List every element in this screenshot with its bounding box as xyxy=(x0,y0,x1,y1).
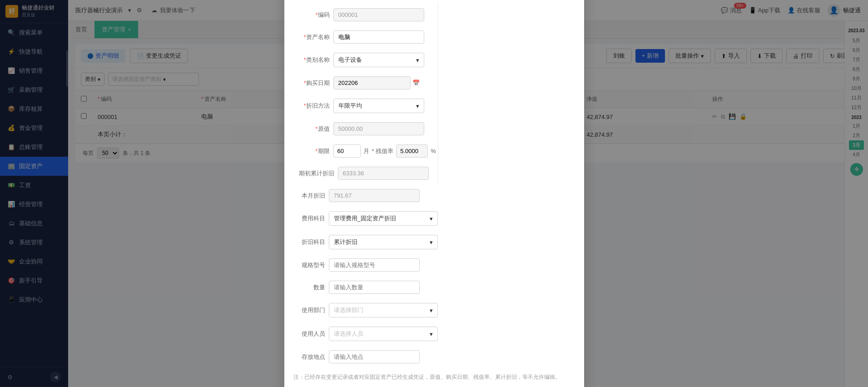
modal-overlay: 编辑固定资产 × *编码 *资产名称 xyxy=(0,0,868,387)
location-input[interactable] xyxy=(329,350,420,363)
form-row-original-value: *原值 xyxy=(293,118,438,140)
form-grid: *编码 *资产名称 *类别名称 xyxy=(293,4,575,368)
form-row-initial-accumulated: 期初累计折旧 xyxy=(293,162,438,184)
department-placeholder: 请选择部门 xyxy=(334,306,363,314)
department-label: 使用部门 xyxy=(293,306,325,314)
method-value: 年限平均 xyxy=(338,102,362,110)
quantity-label: 数量 xyxy=(293,283,325,292)
asset-name-label: *资产名称 xyxy=(293,33,330,41)
department-select[interactable]: 请选择部门 ▾ xyxy=(329,303,438,318)
modal-body: *编码 *资产名称 *类别名称 xyxy=(284,0,584,387)
department-chevron: ▾ xyxy=(430,307,433,314)
code-label: *编码 xyxy=(293,11,330,19)
form-left-col: *编码 *资产名称 *类别名称 xyxy=(293,4,438,184)
expense-subject-value: 管理费用_固定资产折旧 xyxy=(334,214,396,223)
period-unit: 月 xyxy=(363,147,369,155)
period-input[interactable] xyxy=(333,144,361,158)
initial-accumulated-input[interactable] xyxy=(338,167,429,180)
quantity-input[interactable] xyxy=(329,281,420,294)
dep-subject-chevron: ▾ xyxy=(430,239,433,246)
form-row-location: 存放地点 xyxy=(293,346,438,368)
method-label: *折旧方法 xyxy=(293,102,330,110)
expense-subject-select[interactable]: 管理费用_固定资产折旧 ▾ xyxy=(329,211,438,226)
form-row-dep-subject: 折旧科目 累计折旧 ▾ xyxy=(293,230,438,254)
method-chevron-icon: ▾ xyxy=(416,103,419,109)
monthly-dep-input[interactable] xyxy=(329,189,420,202)
category-label-form: *类别名称 xyxy=(293,56,330,64)
category-value: 电子设备 xyxy=(338,56,362,64)
residual-rate-input[interactable] xyxy=(396,144,428,158)
asset-name-input[interactable] xyxy=(333,30,424,44)
form-row-expense-subject: 费用科目 管理费用_固定资产折旧 ▾ xyxy=(293,207,438,230)
user-label: 使用人员 xyxy=(293,330,325,338)
user-select[interactable]: 请选择人员 ▾ xyxy=(329,327,438,341)
category-chevron-icon: ▾ xyxy=(416,57,419,64)
form-row-code: *编码 xyxy=(293,4,438,26)
residual-rate-label: * 残值率 xyxy=(372,147,394,155)
purchase-date-picker: 📅 xyxy=(333,76,420,89)
form-row-user: 使用人员 请选择人员 ▾ xyxy=(293,322,438,346)
residual-rate-unit: % xyxy=(431,148,436,154)
form-row-spec: 规格型号 xyxy=(293,254,438,276)
monthly-dep-label: 本月折旧 xyxy=(293,192,325,200)
expense-subject-chevron: ▾ xyxy=(430,215,433,222)
form-row-department: 使用部门 请选择部门 ▾ xyxy=(293,298,438,322)
form-row-date: *购买日期 📅 xyxy=(293,72,438,94)
form-row-name: *资产名称 xyxy=(293,26,438,48)
spec-label: 规格型号 xyxy=(293,261,325,269)
edit-asset-modal: 编辑固定资产 × *编码 *资产名称 xyxy=(284,0,584,387)
user-chevron: ▾ xyxy=(430,331,433,337)
category-select[interactable]: 电子设备 ▾ xyxy=(333,53,424,67)
form-row-monthly-dep: 本月折旧 xyxy=(293,184,438,207)
location-label: 存放地点 xyxy=(293,353,325,361)
period-inline: 月 * 残值率 % xyxy=(333,144,436,158)
period-label: *期限 xyxy=(293,147,330,155)
user-placeholder: 请选择人员 xyxy=(334,330,363,338)
calendar-icon[interactable]: 📅 xyxy=(412,79,420,86)
form-right-col: 本月折旧 费用科目 管理费用_固定资产折旧 ▾ xyxy=(293,184,438,368)
original-value-label: *原值 xyxy=(293,125,330,133)
date-label: *购买日期 xyxy=(293,79,330,87)
form-row-category: *类别名称 电子设备 ▾ xyxy=(293,48,438,72)
purchase-date-input[interactable] xyxy=(333,76,411,89)
form-divider xyxy=(438,4,438,184)
dep-subject-value: 累计折旧 xyxy=(334,238,357,246)
expense-subject-label: 费用科目 xyxy=(293,214,325,223)
spec-input[interactable] xyxy=(329,258,420,272)
original-value-input[interactable] xyxy=(333,122,424,135)
modal-note: 注：已经存在变更记录或者对应固定资产已经生成凭证，原值、购买日期、残值率、累计折… xyxy=(293,373,575,381)
form-row-method: *折旧方法 年限平均 ▾ xyxy=(293,94,438,118)
initial-accumulated-label: 期初累计折旧 xyxy=(293,169,334,178)
dep-subject-select[interactable]: 累计折旧 ▾ xyxy=(329,235,438,249)
form-row-quantity: 数量 xyxy=(293,276,438,298)
code-input[interactable] xyxy=(333,8,424,21)
form-row-period: *期限 月 * 残值率 % xyxy=(293,140,438,162)
dep-subject-label: 折旧科目 xyxy=(293,238,325,246)
method-select[interactable]: 年限平均 ▾ xyxy=(333,99,424,113)
